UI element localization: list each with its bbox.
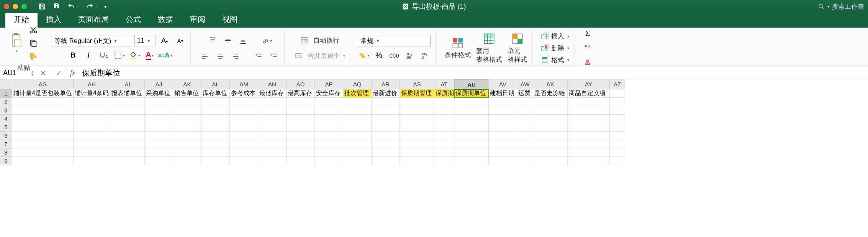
cell[interactable] — [74, 157, 110, 165]
cell[interactable] — [258, 140, 287, 148]
column-header[interactable]: AX — [533, 79, 568, 89]
cell[interactable] — [568, 115, 610, 123]
cell[interactable] — [434, 106, 454, 115]
cell[interactable] — [610, 132, 625, 140]
italic-button[interactable]: I — [82, 49, 95, 61]
cell[interactable]: 批次管理 — [343, 89, 372, 98]
cell[interactable] — [568, 98, 610, 106]
column-header[interactable]: AZ — [610, 79, 625, 89]
cell[interactable] — [287, 157, 315, 165]
cell[interactable] — [533, 123, 568, 132]
cell[interactable] — [74, 98, 110, 106]
cell[interactable] — [517, 148, 533, 157]
cell[interactable]: 运费 — [517, 89, 533, 98]
cell[interactable] — [230, 157, 258, 165]
cell[interactable] — [173, 115, 201, 123]
cell[interactable] — [173, 157, 201, 165]
cell[interactable] — [74, 123, 110, 132]
accept-formula-button[interactable]: ✓ — [51, 69, 67, 78]
cell[interactable] — [110, 140, 145, 148]
column-header[interactable]: AI — [110, 79, 145, 89]
cell[interactable] — [517, 132, 533, 140]
cell[interactable]: 商品自定义项 — [568, 89, 610, 98]
cell[interactable] — [258, 123, 287, 132]
currency-button[interactable]: ▾ — [357, 49, 370, 61]
cell[interactable] — [372, 98, 400, 106]
increase-indent-button[interactable] — [267, 49, 280, 61]
cell[interactable] — [12, 132, 74, 140]
cell[interactable] — [489, 98, 517, 106]
tab-审阅[interactable]: 审阅 — [182, 11, 214, 28]
cell[interactable] — [400, 157, 434, 165]
cell[interactable] — [110, 157, 145, 165]
cell[interactable] — [533, 157, 568, 165]
paste-button[interactable]: ▾ — [8, 32, 25, 54]
cell[interactable]: 保质期管理 — [400, 89, 434, 98]
cell[interactable] — [489, 115, 517, 123]
clear-button[interactable] — [581, 57, 594, 68]
cell[interactable] — [258, 157, 287, 165]
column-header[interactable]: AS — [400, 79, 434, 89]
cell[interactable] — [201, 106, 230, 115]
cell[interactable] — [533, 115, 568, 123]
cell[interactable] — [173, 98, 201, 106]
cell[interactable] — [145, 140, 173, 148]
cell[interactable] — [315, 123, 343, 132]
cut-button[interactable] — [27, 24, 40, 36]
cell[interactable]: 最低库存 — [258, 89, 287, 98]
cell[interactable] — [12, 123, 74, 132]
cell[interactable] — [173, 106, 201, 115]
cell[interactable] — [110, 148, 145, 157]
cell[interactable] — [201, 123, 230, 132]
column-header[interactable]: AR — [372, 79, 400, 89]
cell[interactable] — [400, 140, 434, 148]
column-header[interactable]: AY — [568, 79, 610, 89]
delete-cells-button[interactable]: 删除▾ — [540, 44, 569, 53]
column-header[interactable]: AW — [517, 79, 533, 89]
bold-button[interactable]: B — [67, 49, 80, 61]
qat-customize-icon[interactable]: ▾ — [104, 4, 107, 10]
cell[interactable] — [287, 140, 315, 148]
cell[interactable]: 辅计量4是否包装单位 — [12, 89, 74, 98]
cell[interactable] — [517, 98, 533, 106]
row-header[interactable]: 7 — [0, 140, 12, 148]
save-as-button[interactable] — [53, 3, 61, 10]
cell[interactable] — [434, 115, 454, 123]
cell[interactable]: 参考成本 — [230, 89, 258, 98]
close-window-icon[interactable] — [4, 4, 9, 9]
comma-button[interactable]: 000 — [388, 49, 401, 61]
cell[interactable] — [110, 132, 145, 140]
cell[interactable] — [12, 148, 74, 157]
column-header[interactable]: AH — [74, 79, 110, 89]
cell[interactable] — [315, 132, 343, 140]
cell[interactable] — [610, 98, 625, 106]
cell[interactable] — [454, 140, 489, 148]
format-as-table-button[interactable]: 套用 表格格式 — [475, 31, 504, 65]
name-box-down-icon[interactable]: ▾ — [31, 73, 33, 77]
cell[interactable] — [230, 140, 258, 148]
cell-styles-button[interactable]: 单元 格样式 — [506, 31, 529, 65]
cell[interactable] — [400, 98, 434, 106]
cell[interactable] — [489, 148, 517, 157]
cell[interactable] — [74, 115, 110, 123]
cell[interactable] — [434, 157, 454, 165]
fill-button[interactable] — [581, 42, 594, 54]
insert-cells-button[interactable]: 插入▾ — [540, 32, 569, 41]
align-top-button[interactable] — [206, 35, 219, 46]
cell[interactable] — [230, 148, 258, 157]
name-box[interactable]: AU1 ▴▾ — [0, 67, 35, 79]
column-header[interactable]: AK — [173, 79, 201, 89]
cell[interactable] — [517, 123, 533, 132]
font-name-select[interactable]: 等线 Regular (正文)▼ — [52, 35, 132, 46]
cell[interactable] — [230, 98, 258, 106]
cell[interactable] — [343, 98, 372, 106]
row-header[interactable]: 6 — [0, 132, 12, 140]
column-header[interactable]: AG — [12, 79, 74, 89]
cell[interactable] — [400, 132, 434, 140]
cell[interactable] — [145, 98, 173, 106]
cell[interactable] — [434, 148, 454, 157]
cell[interactable] — [489, 132, 517, 140]
cell[interactable] — [258, 98, 287, 106]
increase-decimal-button[interactable]: .0.00 — [403, 49, 416, 61]
cell[interactable] — [610, 148, 625, 157]
